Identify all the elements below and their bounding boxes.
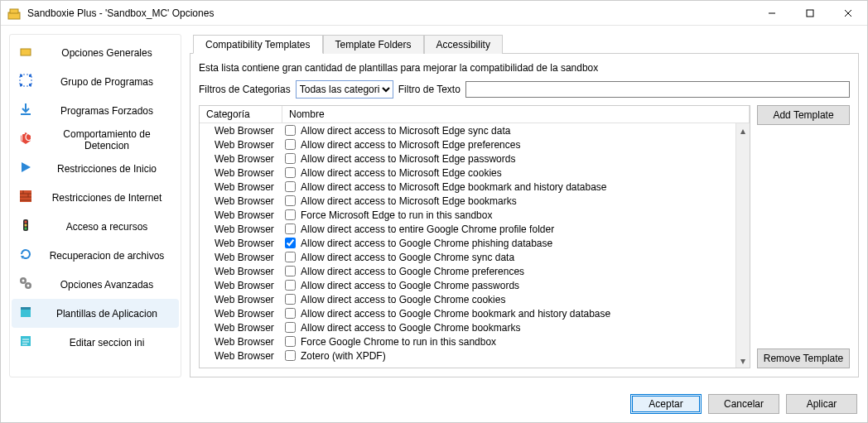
cell-name: Allow direct access to Google Chrome boo… — [297, 322, 735, 334]
cell-name: Allow direct access to Microsoft Edge bo… — [297, 195, 735, 207]
row-checkbox[interactable] — [285, 181, 296, 192]
row-checkbox[interactable] — [285, 336, 296, 347]
vertical-scrollbar[interactable]: ▴ ▾ — [735, 123, 750, 368]
sidebar-item-8[interactable]: Opciones Avanzadas — [12, 270, 179, 299]
filter-text-input[interactable] — [465, 81, 850, 98]
row-checkbox[interactable] — [285, 153, 296, 164]
row-checkbox[interactable] — [285, 308, 296, 319]
sidebar-icon-9 — [18, 305, 33, 322]
cell-checkbox — [282, 209, 297, 220]
tabs-row: Compatibility TemplatesTemplate FoldersA… — [190, 34, 859, 54]
sidebar-item-9[interactable]: Plantillas de Aplicacion — [12, 299, 179, 328]
row-checkbox[interactable] — [285, 224, 296, 234]
table-row[interactable]: Web BrowserForce Google Chrome to run in… — [200, 334, 735, 348]
table-row[interactable]: Web BrowserAllow direct access to Google… — [200, 306, 735, 320]
tab-content: Esta lista contiene gran cantidad de pla… — [190, 54, 859, 377]
sidebar-item-5[interactable]: Restricciones de Internet — [12, 183, 179, 212]
row-checkbox[interactable] — [285, 266, 296, 276]
sidebar-icon-10 — [18, 334, 33, 351]
sidebar-icon-6 — [18, 218, 33, 235]
tab-0[interactable]: Compatibility Templates — [193, 35, 323, 54]
cell-name: Force Google Chrome to run in this sandb… — [297, 336, 735, 348]
cell-name: Allow direct access to Google Chrome coo… — [297, 294, 735, 305]
table-row[interactable]: Web BrowserAllow direct access to entire… — [200, 222, 735, 236]
cell-name: Allow direct access to Microsoft Edge sy… — [297, 125, 735, 137]
table-row[interactable]: Web BrowserAllow direct access to Google… — [200, 278, 735, 292]
add-template-button[interactable]: Add Template — [757, 105, 850, 125]
description-text: Esta lista contiene gran cantidad de pla… — [199, 62, 850, 74]
row-checkbox[interactable] — [285, 125, 296, 136]
cell-name: Allow direct access to Google Chrome boo… — [297, 308, 735, 320]
svg-rect-32 — [21, 307, 31, 310]
table-row[interactable]: Web BrowserAllow direct access to Micros… — [200, 151, 735, 166]
row-checkbox[interactable] — [285, 238, 296, 248]
sidebar-label: Opciones Generales — [41, 47, 172, 59]
table-row[interactable]: Web BrowserAllow direct access to Micros… — [200, 166, 735, 180]
column-header-category[interactable]: Categoría — [200, 106, 282, 123]
table-row[interactable]: Web BrowserAllow direct access to Google… — [200, 264, 735, 278]
cell-category: Web Browser — [215, 266, 282, 277]
sidebar-item-4[interactable]: Restricciones de Inicio — [12, 154, 179, 183]
table-row[interactable]: Web BrowserAllow direct access to Micros… — [200, 194, 735, 208]
sidebar-item-7[interactable]: Recuperacion de archivos — [12, 241, 179, 270]
scroll-down-icon[interactable]: ▾ — [736, 353, 750, 368]
apply-button[interactable]: Aplicar — [786, 394, 857, 414]
sidebar-item-1[interactable]: Grupo de Programas — [12, 67, 179, 96]
side-buttons: Add Template Remove Template — [757, 105, 850, 368]
table-row[interactable]: Web BrowserAllow direct access to Google… — [200, 250, 735, 264]
app-icon — [7, 7, 21, 20]
sidebar-item-6[interactable]: Acceso a recursos — [12, 212, 179, 241]
main-panel: Compatibility TemplatesTemplate FoldersA… — [190, 34, 859, 377]
maximize-button[interactable] — [791, 1, 829, 26]
svg-text:STOP: STOP — [18, 132, 33, 143]
cell-category: Web Browser — [215, 209, 282, 221]
sidebar-item-2[interactable]: Programas Forzados — [12, 96, 179, 125]
row-checkbox[interactable] — [285, 167, 296, 178]
cell-name: Allow direct access to Google Chrome pas… — [297, 280, 735, 291]
sidebar-icon-8 — [18, 276, 33, 293]
row-checkbox[interactable] — [285, 322, 296, 333]
table-row[interactable]: Web BrowserAllow direct access to Google… — [200, 292, 735, 306]
table-row[interactable]: Web BrowserForce Microsoft Edge to run i… — [200, 208, 735, 222]
row-checkbox[interactable] — [285, 294, 296, 305]
sidebar-icon-1 — [18, 73, 33, 90]
table-row[interactable]: Web BrowserAllow direct access to Google… — [200, 320, 735, 334]
row-checkbox[interactable] — [285, 280, 296, 291]
scroll-up-icon[interactable]: ▴ — [736, 123, 750, 137]
cell-checkbox — [282, 195, 297, 206]
row-checkbox[interactable] — [285, 252, 296, 262]
sidebar-item-3[interactable]: STOPComportamiento de Detencion — [12, 125, 179, 154]
row-checkbox[interactable] — [285, 209, 296, 220]
cell-category: Web Browser — [215, 238, 282, 249]
row-checkbox[interactable] — [285, 139, 296, 150]
cell-category: Web Browser — [215, 167, 282, 179]
tab-1[interactable]: Template Folders — [323, 35, 424, 54]
table-row[interactable]: Web BrowserZotero (with XPDF) — [200, 348, 735, 363]
row-checkbox[interactable] — [285, 350, 296, 361]
table-header: Categoría Nombre — [200, 106, 750, 123]
accept-button[interactable]: Aceptar — [630, 394, 702, 414]
remove-template-button[interactable]: Remove Template — [757, 348, 850, 368]
sidebar-item-10[interactable]: Editar seccion ini — [12, 328, 179, 357]
sidebar-item-0[interactable]: Opciones Generales — [12, 38, 179, 67]
cell-category: Web Browser — [215, 280, 282, 291]
minimize-button[interactable] — [753, 1, 791, 26]
table-row[interactable]: Web BrowserAllow direct access to Micros… — [200, 180, 735, 194]
table-row[interactable]: Web BrowserAllow direct access to Micros… — [200, 137, 735, 151]
cell-name: Allow direct access to Microsoft Edge bo… — [297, 181, 735, 193]
window: Sandboxie Plus - 'Sandbox_MC' Opciones O… — [0, 0, 868, 423]
filter-category-select[interactable]: Todas las categorias — [296, 80, 393, 99]
tab-2[interactable]: Accessibility — [424, 35, 503, 54]
table-row[interactable]: Web BrowserAllow direct access to Google… — [200, 236, 735, 250]
sidebar-label: Programas Forzados — [41, 105, 172, 117]
column-header-name[interactable]: Nombre — [282, 106, 750, 123]
cell-name: Zotero (with XPDF) — [297, 350, 735, 362]
close-button[interactable] — [829, 1, 867, 26]
cell-checkbox — [282, 294, 297, 305]
filter-category-label: Filtros de Categorias — [199, 84, 291, 95]
row-checkbox[interactable] — [285, 195, 296, 206]
cancel-button[interactable]: Cancelar — [708, 394, 779, 414]
svg-rect-10 — [20, 84, 22, 86]
table-row[interactable]: Web BrowserAllow direct access to Micros… — [200, 123, 735, 137]
titlebar: Sandboxie Plus - 'Sandbox_MC' Opciones — [1, 1, 867, 26]
